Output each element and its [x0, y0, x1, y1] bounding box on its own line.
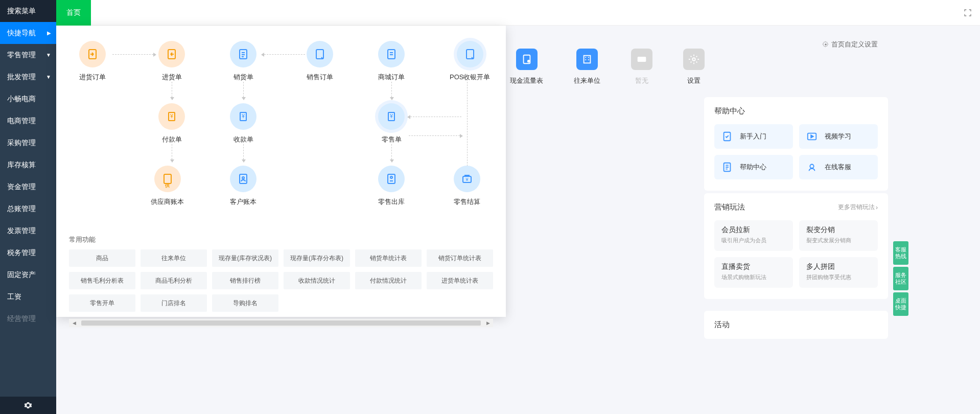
node-receipt-bill[interactable]: ¥ 收款单: [230, 103, 256, 144]
sidebar-item-inventory[interactable]: 库存核算: [0, 154, 56, 176]
common-btn-sales-rank[interactable]: 销售排行榜: [212, 272, 278, 289]
svg-rect-15: [466, 50, 474, 59]
gear-icon: [822, 41, 829, 48]
common-btn-guide-rank[interactable]: 导购排名: [212, 294, 278, 312]
node-label: 收款单: [234, 135, 253, 144]
svg-text:¥: ¥: [389, 113, 393, 119]
horizontal-scrollbar[interactable]: ◀ ▶: [69, 319, 493, 327]
node-sales-order[interactable]: 销售订单: [307, 41, 333, 82]
common-btn-product[interactable]: 商品: [69, 249, 135, 267]
topbar-right: [962, 7, 980, 19]
arrow-icon: [391, 144, 392, 159]
sidebar-item-fixedasset[interactable]: 固定资产: [0, 264, 56, 286]
node-retail-settle[interactable]: ¥ 零售结算: [454, 166, 480, 206]
float-btn-community[interactable]: 服务社区: [893, 267, 908, 290]
common-btn-gross-profit[interactable]: 销售毛利分析表: [69, 272, 135, 289]
node-sales-bill[interactable]: 销货单: [230, 41, 256, 82]
common-btn-stock-status[interactable]: 现存量(库存状况表): [212, 249, 278, 267]
common-functions-grid: 商品 往来单位 现存量(库存状况表) 现存量(库存分布表) 销货单统计表 销货订…: [69, 249, 493, 312]
sidebar-item-label: 快捷导航: [7, 29, 36, 38]
fullscreen-icon: [964, 9, 972, 17]
help-item-service[interactable]: 在线客服: [799, 155, 878, 179]
scroll-thumb[interactable]: [81, 320, 481, 326]
sidebar-item-tax[interactable]: 税务管理: [0, 242, 56, 264]
fullscreen-button[interactable]: [962, 7, 974, 19]
marketing-item-group[interactable]: 多人拼团 拼团购物享受优惠: [799, 257, 878, 288]
document-in-icon: [79, 41, 106, 67]
more-label: 更多营销玩法: [838, 203, 875, 212]
marketing-item-live[interactable]: 直播卖货 场景式购物新玩法: [714, 257, 793, 288]
arrow-icon: [467, 74, 468, 169]
shortcut-none[interactable]: 暂无: [631, 49, 652, 85]
marketing-item-fission[interactable]: 裂变分销 裂变式发展分销商: [799, 220, 878, 251]
help-item-center[interactable]: 帮助中心: [714, 155, 793, 179]
common-btn-product-profit[interactable]: 商品毛利分析: [141, 272, 207, 289]
common-btn-receipt-stats[interactable]: 收款情况统计: [284, 272, 350, 289]
node-retail-bill[interactable]: ¥ 零售单: [378, 103, 405, 144]
shortcut-cashflow[interactable]: 现金流量表: [510, 49, 543, 85]
gear-icon: [24, 401, 32, 409]
node-retail-outbound[interactable]: 零售出库: [378, 166, 405, 206]
common-btn-stock-dist[interactable]: 现存量(库存分布表): [284, 249, 350, 267]
node-purchase-order[interactable]: 进货订单: [79, 41, 106, 82]
sidebar-settings[interactable]: [0, 397, 56, 414]
sidebar-item-purchase[interactable]: 采购管理: [0, 132, 56, 154]
sidebar-item-label: 资金管理: [7, 182, 36, 192]
shortcut-contacts[interactable]: 往来单位: [574, 49, 600, 85]
sidebar-item-label: 总账管理: [7, 204, 36, 214]
common-btn-payment-stats[interactable]: 付款情况统计: [355, 272, 422, 289]
common-btn-store-rank[interactable]: 门店排名: [141, 294, 207, 312]
marketing-more-link[interactable]: 更多营销玩法 ›: [838, 203, 878, 212]
node-label: 客户账本: [230, 197, 256, 206]
arrow-icon: [172, 82, 172, 97]
common-btn-purchase-stats[interactable]: 进货单统计表: [427, 272, 493, 289]
document-out-icon: [158, 41, 185, 67]
help-panel: 帮助中心 新手入门 视频学习 帮助中心 在线客服: [704, 97, 888, 191]
sidebar-item-label: 库存核算: [7, 160, 36, 170]
pos-icon: [457, 41, 483, 67]
node-purchase-bill[interactable]: 进货单: [158, 41, 185, 82]
sidebar-search[interactable]: 搜索菜单: [0, 0, 56, 22]
document-icon: [721, 162, 733, 173]
node-label: 进货单: [162, 73, 182, 82]
scroll-left-button[interactable]: ◀: [69, 319, 79, 327]
common-btn-retail-open[interactable]: 零售开单: [69, 294, 135, 312]
sidebar-item-ecommerce2[interactable]: 电商管理: [0, 110, 56, 132]
sidebar-item-ledger[interactable]: 总账管理: [0, 198, 56, 220]
help-item-video[interactable]: 视频学习: [799, 124, 878, 149]
shortcut-settings[interactable]: 设置: [683, 49, 705, 85]
float-btn-desktop[interactable]: 桌面快捷: [893, 292, 908, 316]
node-pos-cashier[interactable]: POS收银开单: [450, 41, 490, 82]
sidebar-item-wholesale[interactable]: 批发管理 ▼: [0, 66, 56, 88]
sidebar-item-salary[interactable]: 工资: [0, 286, 56, 308]
node-supplier-book[interactable]: 供 供应商账本: [151, 166, 184, 206]
node-payment-bill[interactable]: ¥ 付款单: [158, 103, 185, 144]
shortcut-label: 现金流量表: [510, 76, 543, 85]
topbar-tab-home[interactable]: 首页: [56, 0, 91, 26]
topbar: 首页: [56, 0, 980, 26]
node-mall-order[interactable]: 商城订单: [378, 41, 405, 82]
sidebar-item-ecommerce1[interactable]: 小畅电商: [0, 88, 56, 110]
help-item-beginner[interactable]: 新手入门: [714, 124, 793, 149]
sidebar-item-ops[interactable]: 经营管理: [0, 308, 56, 330]
arrow-icon: [264, 54, 305, 55]
customize-homepage-link[interactable]: 首页自定义设置: [822, 40, 878, 49]
float-btn-hotline[interactable]: 客服热线: [893, 241, 908, 265]
sidebar-item-label: 批发管理: [7, 73, 36, 82]
marketing-item-member[interactable]: 会员拉新 吸引用户成为会员: [714, 220, 793, 251]
scroll-right-button[interactable]: ▶: [483, 319, 493, 327]
sidebar-item-invoice[interactable]: 发票管理: [0, 220, 56, 242]
marketing-item-title: 裂变分销: [806, 225, 871, 235]
sidebar-item-quicknav[interactable]: 快捷导航 ▶: [0, 22, 56, 44]
node-customer-book[interactable]: 客户账本: [230, 166, 256, 206]
chevron-right-icon: ▶: [47, 30, 51, 36]
common-btn-contacts[interactable]: 往来单位: [141, 249, 207, 267]
sidebar-item-finance[interactable]: 资金管理: [0, 176, 56, 198]
quicknav-flyout: 进货订单 进货单 销货单 销售订单 商城订单 POS收银开单: [56, 26, 506, 317]
svg-rect-7: [588, 59, 589, 60]
flow-diagram: 进货订单 进货单 销货单 销售订单 商城订单 POS收银开单: [69, 41, 493, 235]
svg-text:¥: ¥: [241, 113, 245, 119]
common-btn-sales-stats[interactable]: 销货单统计表: [355, 249, 422, 267]
sidebar-item-retail[interactable]: 零售管理 ▼: [0, 44, 56, 66]
common-btn-sales-order-stats[interactable]: 销货订单统计表: [427, 249, 493, 267]
